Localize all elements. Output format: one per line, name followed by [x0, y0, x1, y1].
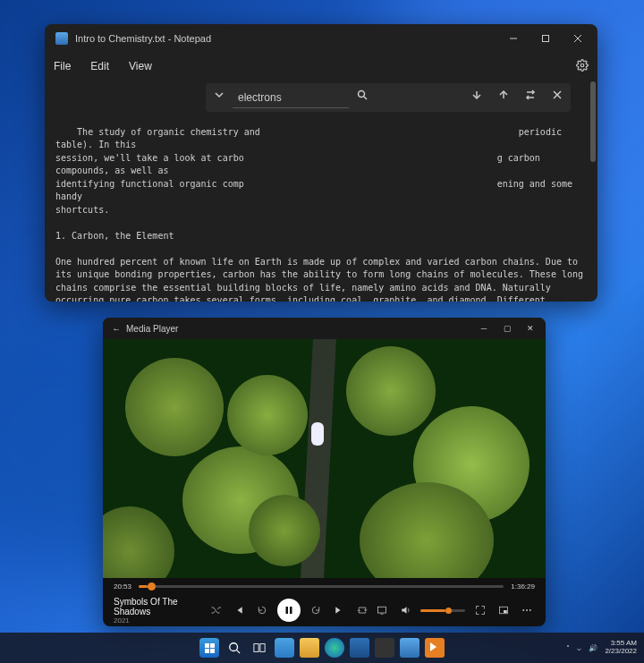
video-area[interactable]	[103, 339, 546, 578]
explorer-icon[interactable]	[300, 638, 319, 658]
notepad-taskbar-icon[interactable]	[400, 638, 419, 658]
progress-bar-row: 20:53 1:36:29	[103, 578, 546, 594]
time-total: 1:36:29	[511, 582, 535, 591]
notepad-window: Intro to Chemistry.txt - Notepad File Ed…	[45, 24, 597, 302]
edge-icon[interactable]	[325, 638, 344, 658]
svg-rect-1	[543, 36, 549, 42]
media-title: Symbols Of The Shadows	[114, 597, 204, 616]
fullscreen-button[interactable]	[472, 602, 488, 618]
media-titlebar[interactable]: ← Media Player ─ ▢ ✕	[103, 318, 546, 339]
settings-icon[interactable]	[576, 59, 589, 74]
minimize-button[interactable]	[497, 26, 530, 51]
menu-edit[interactable]: Edit	[90, 60, 109, 72]
find-options-button[interactable]	[517, 89, 544, 105]
seek-track[interactable]	[139, 585, 504, 588]
svg-rect-15	[378, 607, 386, 613]
tray-volume-icon[interactable]: 🔊	[589, 644, 597, 652]
tray-wifi-icon[interactable]: ⌵	[577, 644, 581, 652]
rewind-button[interactable]	[254, 602, 270, 618]
cast-button[interactable]	[374, 602, 390, 618]
play-pause-button[interactable]	[277, 599, 301, 622]
find-next-button[interactable]	[463, 89, 490, 105]
notepad-menubar: File Edit View	[45, 53, 597, 80]
fastfwd-button[interactable]	[308, 602, 324, 618]
media-player-window: ← Media Player ─ ▢ ✕ 20:53 1:36:29	[103, 318, 546, 626]
menu-view[interactable]: View	[129, 60, 152, 72]
mp-maximize-button[interactable]: ▢	[496, 324, 519, 333]
mp-close-button[interactable]: ✕	[519, 324, 542, 333]
svg-line-6	[364, 97, 367, 99]
maximize-button[interactable]	[530, 26, 562, 51]
media-year: 2021	[114, 616, 204, 625]
find-search-icon[interactable]	[349, 89, 376, 105]
svg-rect-16	[381, 614, 384, 615]
miniplayer-button[interactable]	[496, 602, 512, 618]
shuffle-button[interactable]	[208, 602, 224, 618]
media-app-title: Media Player	[126, 324, 178, 334]
find-close-button[interactable]	[544, 89, 571, 105]
volume-icon[interactable]	[397, 602, 413, 618]
svg-rect-13	[286, 607, 289, 614]
svg-point-4	[580, 64, 584, 67]
svg-line-23	[237, 650, 241, 654]
svg-point-19	[522, 609, 524, 611]
svg-rect-25	[260, 644, 265, 652]
svg-point-20	[526, 609, 528, 611]
time-elapsed: 20:53	[114, 582, 131, 591]
next-button[interactable]	[331, 602, 347, 618]
prev-button[interactable]	[231, 602, 247, 618]
start-button[interactable]	[199, 638, 219, 658]
store-icon[interactable]	[350, 638, 369, 658]
find-bar	[206, 83, 571, 112]
svg-point-21	[530, 609, 531, 611]
svg-rect-24	[254, 644, 258, 652]
tray-datetime[interactable]: 3:55 AM 2/23/2022	[605, 640, 637, 656]
volume-slider[interactable]	[420, 609, 465, 612]
menu-file[interactable]: File	[54, 60, 71, 72]
notepad-titlebar[interactable]: Intro to Chemistry.txt - Notepad	[45, 24, 597, 53]
svg-rect-18	[504, 610, 507, 613]
app1-icon[interactable]	[375, 638, 394, 658]
taskbar[interactable]: ˄ ⌵ 🔊 3:55 AM 2/23/2022	[0, 633, 644, 663]
notepad-icon	[55, 32, 68, 45]
more-button[interactable]	[519, 602, 535, 618]
svg-point-5	[359, 91, 365, 98]
taskview-icon[interactable]	[250, 638, 269, 658]
notepad-textarea[interactable]: The study of organic chemistry and perio…	[45, 80, 597, 302]
system-tray[interactable]: ˄ ⌵ 🔊 3:55 AM 2/23/2022	[566, 640, 637, 656]
media-taskbar-icon[interactable]	[425, 638, 445, 658]
close-button[interactable]	[562, 26, 594, 51]
repeat-button[interactable]	[354, 602, 370, 618]
mp-minimize-button[interactable]: ─	[472, 324, 496, 333]
svg-point-22	[230, 643, 238, 651]
scrollbar[interactable]	[590, 81, 596, 162]
media-controls: Symbols Of The Shadows 2021	[103, 594, 546, 626]
search-taskbar-icon[interactable]	[225, 638, 244, 658]
svg-rect-14	[290, 607, 292, 614]
tray-chevron-icon[interactable]: ˄	[566, 644, 570, 652]
find-mode-dropdown[interactable]	[206, 89, 233, 105]
text-before: The study of organic chemistry and perio…	[55, 127, 589, 302]
find-prev-button[interactable]	[490, 89, 517, 105]
back-icon[interactable]: ←	[112, 324, 121, 334]
find-input[interactable]	[233, 88, 349, 108]
car-in-video	[311, 422, 324, 446]
notepad-title: Intro to Chemistry.txt - Notepad	[75, 33, 211, 44]
widgets-icon[interactable]	[275, 638, 294, 658]
